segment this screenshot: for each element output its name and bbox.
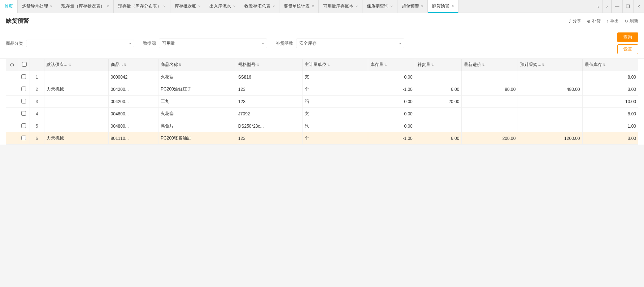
tab-close-recv-summary[interactable]: × [273,4,275,8]
tab-available-ledger[interactable]: 可用量库存账本× [319,0,362,13]
cell-product-code: 801110... [108,132,158,145]
window-close[interactable]: × [633,0,644,13]
tab-close-expiry-query[interactable]: × [391,4,393,8]
col-header-checkbox [19,59,30,71]
cell-supplier [44,108,108,120]
tab-home[interactable]: 首页 [0,0,18,13]
cell-settings [6,96,19,108]
refresh-label: 刷新 [630,18,638,24]
cell-num: 2 [30,83,44,96]
tab-close-inout-flow[interactable]: × [233,4,235,8]
tab-recv-summary[interactable]: 收发存汇总表× [240,0,279,13]
cell-num: 5 [30,120,44,132]
cell-unit: 支 [302,108,368,120]
row-checkbox[interactable] [21,87,26,91]
tab-inventory-status[interactable]: 现存量（库存状况表）× [57,0,114,13]
cell-product-code: 0000042 [108,71,158,83]
tab-close-overstock[interactable]: × [421,4,423,8]
tab-close-inventory-dist[interactable]: × [164,4,166,8]
select-all-checkbox[interactable] [22,62,27,67]
replenish-basis-dropdown-icon: ▾ [399,41,401,45]
col-stock-sort[interactable]: ⇅ [384,63,387,67]
col-unit-label: 主计量单位 [305,62,326,68]
col-header-settings: ⚙ [6,59,19,71]
tab-close-inventory-status[interactable]: × [107,4,109,8]
tab-overstock[interactable]: 超储预警× [397,0,428,13]
cell-stock: -1.00 [368,132,415,145]
col-spec-sort[interactable]: ⇅ [256,63,259,67]
cell-unit: 只 [302,120,368,132]
tab-label-inout-flow: 出入库流水 [209,3,231,9]
cell-latest-price [462,96,518,108]
cell-settings [6,108,19,120]
table-row: 6力天机械801110...PC200张紧油缸123个-1.006.00200.… [6,132,638,145]
cell-settings [6,83,19,96]
col-replenish-sort[interactable]: ⇅ [431,63,434,67]
col-header-stock: 库存量 ⇅ [368,59,415,71]
data-table: ⚙ 默认供应... ⇅ 商品... [6,59,638,145]
tab-close-available-ledger[interactable]: × [356,4,358,8]
cell-stock: 0.00 [368,108,415,120]
tab-close-batch-account[interactable]: × [199,4,201,8]
tab-shortage[interactable]: 缺货预警× [428,0,458,13]
table-row: 2力天机械004200...PC200油缸庄子123个-1.006.0080.0… [6,83,638,96]
cell-checkbox [19,83,30,96]
tab-exception[interactable]: 炼货异常处理× [18,0,57,13]
col-min-stock-label: 最低库存 [585,62,602,68]
tab-close-order-stats[interactable]: × [312,4,314,8]
row-checkbox[interactable] [21,111,26,116]
tab-expiry-query[interactable]: 保质期查询× [362,0,397,13]
tab-scroll-right[interactable]: › [603,0,612,13]
col-est-purchase-sort[interactable]: ⇅ [542,63,545,67]
cell-spec: 123 [236,132,302,145]
tab-inout-flow[interactable]: 出入库流水× [205,0,240,13]
query-button[interactable]: 查询 [617,32,638,42]
export-icon: ↑ [606,19,609,24]
table-settings-gear[interactable]: ⚙ [10,62,14,68]
cell-est-purchase: 1200.00 [518,132,582,145]
refresh-button[interactable]: ↻ 刷新 [625,18,638,24]
col-supplier-sort[interactable]: ⇅ [68,63,71,67]
replenish-basis-select[interactable]: 安全库存 ▾ [296,39,404,48]
cell-checkbox [19,96,30,108]
page-content: 缺货预警 ⤴ 分享 ⊕ 补货 ↑ 导出 ↻ 刷新 商品分类 [0,13,644,145]
cell-unit: 支 [302,71,368,83]
cell-product-name: 火花塞 [158,71,236,83]
col-product-name-sort[interactable]: ⇅ [179,63,182,67]
replenish-icon: ⊕ [587,19,591,24]
row-checkbox[interactable] [21,123,26,128]
replenish-button[interactable]: ⊕ 补货 [587,18,601,24]
cell-replenish: 20.00 [415,96,462,108]
window-minimize[interactable]: — [612,0,622,13]
col-header-est-purchase: 预计采购... ⇅ [518,59,582,71]
cell-est-purchase [518,96,582,108]
share-button[interactable]: ⤴ 分享 [569,18,581,24]
refresh-icon: ↻ [625,19,628,24]
cell-product-name: PC200张紧油缸 [158,132,236,145]
tab-close-shortage[interactable]: × [452,4,454,8]
col-latest-price-sort[interactable]: ⇅ [482,63,485,67]
tab-scroll-left[interactable]: ‹ [594,0,603,13]
datasource-select[interactable]: 可用量 ▾ [159,39,267,48]
col-unit-sort[interactable]: ⇅ [327,63,330,67]
tab-batch-account[interactable]: 库存批次账× [170,0,205,13]
category-select[interactable]: ▾ [26,40,134,47]
tab-label-shortage: 缺货预警 [432,3,449,9]
tab-close-exception[interactable]: × [50,4,52,8]
col-header-replenish: 补货量 ⇅ [415,59,462,71]
cell-product-name: PC200油缸庄子 [158,83,236,96]
col-header-min-stock: 最低库存 ⇅ [582,59,638,71]
cell-supplier: 力天机械 [44,132,108,145]
tab-inventory-dist[interactable]: 现存量（库存分布表）× [114,0,170,13]
row-checkbox[interactable] [21,99,26,103]
tab-order-stats[interactable]: 要货单统计表× [279,0,319,13]
window-restore[interactable]: ❐ [622,0,633,13]
share-icon: ⤴ [569,19,571,24]
col-product-code-sort[interactable]: ⇅ [124,63,127,67]
export-button[interactable]: ↑ 导出 [606,18,619,24]
row-checkbox[interactable] [21,136,26,140]
cell-est-purchase [518,108,582,120]
col-min-stock-sort[interactable]: ⇅ [603,63,606,67]
setting-button[interactable]: 设置 [617,44,638,54]
row-checkbox[interactable] [21,74,26,79]
